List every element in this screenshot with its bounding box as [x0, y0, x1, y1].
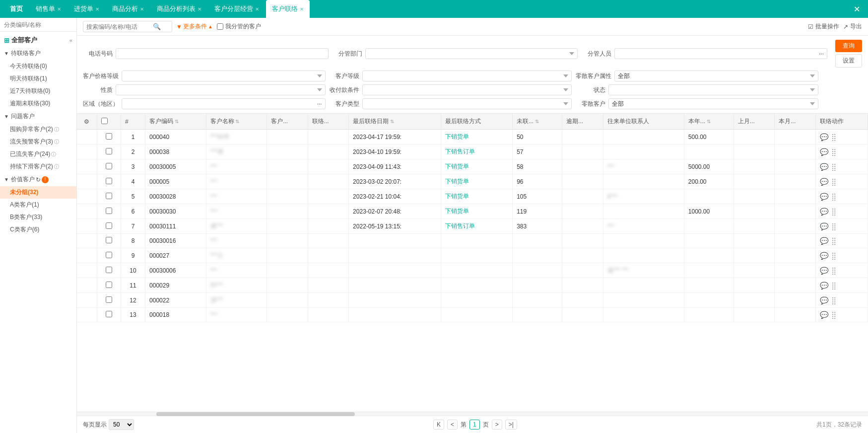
contact-method-link[interactable]: 下销货单 [445, 178, 469, 185]
row-checkbox[interactable] [106, 311, 112, 317]
more-conditions-btn[interactable]: ▼ 更多条件 ▲ [176, 22, 213, 31]
row-checkbox[interactable] [106, 222, 112, 229]
contact-method-link[interactable]: 下销货单 [445, 193, 469, 200]
th-not-contacted[interactable]: 未联... [513, 114, 562, 130]
nav-product-analysis[interactable]: 商品分析 ✕ [106, 0, 150, 18]
chat-icon[interactable]: 💬 [820, 193, 828, 201]
more-icon[interactable]: ⣿ [831, 222, 836, 230]
row-checkbox[interactable] [106, 133, 112, 140]
next-page-btn[interactable]: > [492, 420, 502, 430]
sidebar-item-declining[interactable]: 持续下滑客户(2) ⓘ [0, 160, 76, 173]
row-checkbox[interactable] [106, 208, 112, 214]
batch-operation-btn[interactable]: ☑ 批量操作 [808, 22, 839, 31]
filter-nature-select[interactable] [116, 84, 326, 95]
export-btn[interactable]: ↗ 导出 [843, 22, 862, 31]
th-settings[interactable]: ⚙ [77, 114, 97, 130]
sidebar-item-churn-warning[interactable]: 流失预警客户(3) ⓘ [0, 136, 76, 148]
chat-icon[interactable]: 💬 [820, 208, 828, 216]
chat-icon[interactable]: 💬 [820, 282, 828, 289]
page-size-select[interactable]: 10 20 50 100 [109, 419, 134, 430]
more-icon[interactable]: ⣿ [831, 237, 836, 245]
nav-product-analysis-list[interactable]: 商品分析列表 ✕ [151, 0, 207, 18]
th-this-year[interactable]: 本年... [684, 114, 734, 130]
th-last-contact-date[interactable]: 最后联络日期 [349, 114, 441, 130]
contact-method-link[interactable]: 下销售订单 [445, 148, 475, 155]
filter-dept-select[interactable] [365, 48, 578, 59]
row-checkbox[interactable] [106, 148, 112, 154]
contact-method-link[interactable]: 下销售订单 [445, 222, 475, 229]
sidebar-item-tomorrow-pending[interactable]: 明天待联络(1) [0, 72, 76, 85]
chat-icon[interactable]: 💬 [820, 148, 828, 156]
more-icon[interactable]: ⣿ [831, 311, 836, 319]
nav-home[interactable]: 首页 [4, 0, 29, 18]
more-icon[interactable]: ⣿ [831, 163, 836, 171]
more-icon[interactable]: ⣿ [831, 193, 836, 201]
sidebar-item-b-class[interactable]: B类客户(33) [0, 211, 76, 223]
sidebar-item-c-class[interactable]: C类客户(6) [0, 223, 76, 236]
chat-icon[interactable]: 💬 [820, 163, 828, 171]
sidebar-item-ungrouped[interactable]: 未分组(32) [0, 186, 76, 199]
nav-customer-tier[interactable]: 客户分层经营 ✕ [208, 0, 265, 18]
row-checkbox[interactable] [106, 237, 112, 243]
sidebar-item-today-pending[interactable]: 今天待联络(0) [0, 60, 76, 72]
sidebar-group-pending[interactable]: ▼ 待联络客户 [0, 47, 76, 60]
my-customers-checkbox[interactable] [217, 23, 223, 30]
first-page-btn[interactable]: K [433, 420, 444, 430]
th-customer-name[interactable]: 客户名称 [206, 114, 267, 130]
row-checkbox[interactable] [106, 282, 112, 288]
nav-purchase-order[interactable]: 进货单 ✕ [68, 0, 105, 18]
row-checkbox[interactable] [106, 252, 112, 258]
filter-status-select[interactable] [608, 84, 818, 95]
chat-icon[interactable]: 💬 [820, 178, 828, 186]
sidebar-item-7days-pending[interactable]: 近7天待联络(0) [0, 85, 76, 97]
filter-customer-level-select[interactable] [362, 71, 572, 81]
main-search-input[interactable] [86, 23, 151, 30]
th-customer-code[interactable]: 客户编码 [145, 114, 206, 130]
nav-customer-contact[interactable]: 客户联络 ✕ [266, 0, 310, 18]
more-icon[interactable]: ⣿ [831, 282, 836, 289]
row-checkbox[interactable] [106, 267, 112, 273]
main-search-icon[interactable]: 🔍 [153, 23, 161, 30]
chat-icon[interactable]: 💬 [820, 237, 828, 245]
close-customer-tier-icon[interactable]: ✕ [255, 6, 259, 12]
more-icon[interactable]: ⣿ [831, 296, 836, 304]
filter-manager-input[interactable]: ··· [614, 48, 827, 59]
refresh-icon-value[interactable]: ↻ [36, 176, 41, 183]
contact-method-link[interactable]: 下销货单 [445, 163, 469, 170]
close-sales-order-icon[interactable]: ✕ [57, 6, 61, 12]
prev-page-btn[interactable]: < [447, 420, 458, 430]
filter-region-input[interactable]: ··· [122, 98, 326, 109]
select-all-checkbox[interactable] [101, 118, 108, 124]
more-icon[interactable]: ⣿ [831, 208, 836, 216]
collapse-icon[interactable]: « [69, 37, 72, 43]
filter-retail-customer-select[interactable]: 全部 [608, 98, 818, 109]
filter-payment-terms-select[interactable] [362, 84, 572, 95]
chat-icon[interactable]: 💬 [820, 296, 828, 304]
query-button[interactable]: 查询 [835, 40, 862, 52]
row-checkbox[interactable] [106, 296, 112, 303]
reset-button[interactable]: 设置 [835, 54, 862, 68]
row-checkbox[interactable] [106, 193, 112, 199]
sidebar-item-overdue[interactable]: 逾期未联络(30) [0, 97, 76, 110]
filter-price-level-select[interactable] [122, 71, 326, 81]
contact-method-link[interactable]: 下销货单 [445, 133, 469, 140]
more-icon[interactable]: ⣿ [831, 178, 836, 186]
filter-phone-input[interactable] [116, 48, 329, 59]
sidebar-item-a-class[interactable]: A类客户(1) [0, 199, 76, 211]
chat-icon[interactable]: 💬 [820, 311, 828, 319]
window-close-button[interactable]: ✕ [850, 4, 864, 14]
more-icon[interactable]: ⣿ [831, 133, 836, 141]
more-icon[interactable]: ⣿ [831, 267, 836, 275]
close-product-analysis-icon[interactable]: ✕ [140, 6, 144, 12]
scrollbar-thumb[interactable] [156, 412, 355, 416]
sidebar-search-input[interactable] [4, 21, 77, 28]
row-checkbox[interactable] [106, 163, 112, 169]
close-product-analysis-list-icon[interactable]: ✕ [198, 6, 201, 12]
chat-icon[interactable]: 💬 [820, 267, 828, 275]
sidebar-group-value[interactable]: ▼ 价值客户 ↻ ! [0, 173, 76, 186]
more-icon[interactable]: ⣿ [831, 148, 836, 156]
contact-method-link[interactable]: 下销货单 [445, 208, 469, 215]
filter-customer-type-select[interactable] [362, 98, 572, 109]
chat-icon[interactable]: 💬 [820, 133, 828, 141]
chat-icon[interactable]: 💬 [820, 252, 828, 260]
